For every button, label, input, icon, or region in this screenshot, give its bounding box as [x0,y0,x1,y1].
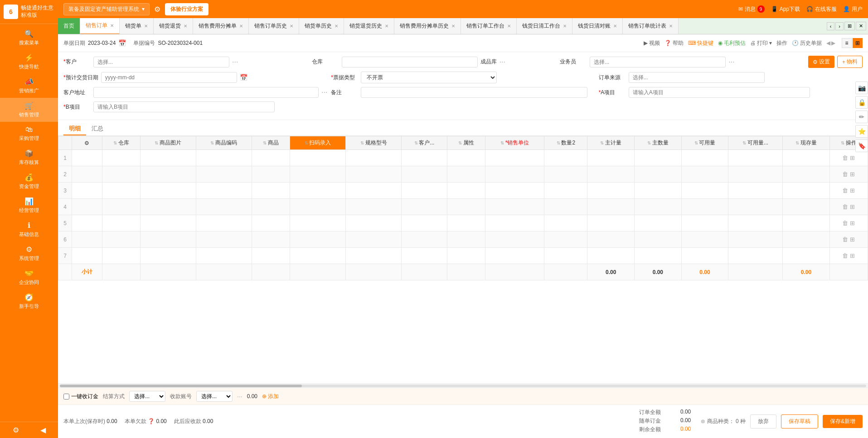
cell-6-15[interactable] [783,231,830,248]
cell-1-3[interactable] [196,150,252,166]
sidebar-item-5[interactable]: 📦 库存核算 [0,145,58,169]
cell-1-12[interactable] [635,150,682,166]
tab-close-8[interactable]: ✕ [451,24,455,29]
cell-6-6[interactable] [346,231,402,248]
cell-3-1[interactable] [102,183,140,199]
account-expand-icon[interactable]: ··· [237,393,242,400]
cell-7-2[interactable] [140,248,196,264]
cell-2-10[interactable] [544,166,587,183]
cell-3-2[interactable] [140,183,196,199]
cell-4-14[interactable] [728,199,783,215]
delivery-date-input[interactable] [101,72,237,83]
cell-2-6[interactable] [346,166,402,183]
cell-7-1[interactable] [102,248,140,264]
cell-7-4[interactable] [252,248,290,264]
cell-6-7[interactable] [402,231,447,248]
cell-2-9[interactable] [485,166,544,183]
cell-4-8[interactable] [447,199,485,215]
cell-4-13[interactable] [681,199,728,215]
tab-close-2[interactable]: ✕ [144,24,148,29]
cell-4-6[interactable] [346,199,402,215]
cell-4-5[interactable] [290,199,346,215]
history-btn[interactable]: 🕐 历史单据 [792,39,822,47]
cell-1-1[interactable] [102,150,140,166]
cell-1-10[interactable] [544,150,587,166]
edit-icon[interactable]: ✏ [855,111,868,123]
tab-close-5[interactable]: ✕ [290,24,293,29]
sidebar-item-11[interactable]: 🧭 新手引导 [0,289,58,313]
sidebar-item-10[interactable]: 🤝 企业协同 [0,265,58,289]
cell-5-8[interactable] [447,215,485,231]
cell-3-11[interactable] [587,183,635,199]
copy-row-icon[interactable]: ⊞ [850,154,855,161]
cell-3-12[interactable] [635,183,682,199]
tab-close-4[interactable]: ✕ [239,24,243,29]
cell-4-7[interactable] [402,199,447,215]
settings-icon[interactable]: ⚙ [154,5,160,14]
settings-form-btn[interactable]: ⚙ 设置 [808,56,834,68]
cell-5-13[interactable] [681,215,728,231]
cell-5-4[interactable] [252,215,290,231]
cell-3-6[interactable] [346,183,402,199]
cell-2-3[interactable] [196,166,252,183]
cell-6-10[interactable] [544,231,587,248]
cell-2-14[interactable] [728,166,783,183]
tab-close-1[interactable]: ✕ [110,23,114,28]
copy-row-icon[interactable]: ⊞ [850,203,855,210]
address-expand-icon[interactable]: ··· [321,88,327,96]
sidebar-item-3[interactable]: 🛒 销售管理 [0,98,58,122]
sidebar-item-7[interactable]: 📊 经营管理 [0,193,58,217]
cell-3-13[interactable] [681,183,728,199]
nav-left-icon[interactable]: ◀ [826,40,830,46]
cell-7-3[interactable] [196,248,252,264]
cell-2-1[interactable] [102,166,140,183]
cell-4-2[interactable] [140,199,196,215]
cell-3-10[interactable] [544,183,587,199]
cell-6-8[interactable] [447,231,485,248]
save-draft-button[interactable]: 保存草稿 [781,414,818,428]
cell-7-15[interactable] [783,248,830,264]
tab-10[interactable]: 钱货日清工作台✕ [517,18,572,34]
cell-6-13[interactable] [681,231,728,248]
list-view-icon[interactable]: ≡ [842,38,852,48]
tab-expand-btn[interactable]: ⊞ [844,22,855,30]
discard-button[interactable]: 放弃 [750,414,776,428]
shortcut-btn[interactable]: ⌨ 快捷键 [688,39,713,47]
solution-button[interactable]: 体验行业方案 [165,3,209,15]
tab-11[interactable]: 钱货日清对账✕ [572,18,623,34]
tab-close-7[interactable]: ✕ [385,24,388,29]
sidebar-item-6[interactable]: 💰 资金管理 [0,169,58,193]
user-item[interactable]: 👤 用户 [843,5,863,13]
star-icon[interactable]: ⭐ [855,125,868,138]
cell-1-0[interactable] [72,150,102,166]
payment-method-select[interactable]: 选择... [129,391,165,402]
cell-6-3[interactable] [196,231,252,248]
copy-row-icon[interactable]: ⊞ [850,171,855,178]
cell-2-8[interactable] [447,166,485,183]
add-goods-btn[interactable]: + 物料 [837,56,863,68]
cell-4-4[interactable] [252,199,290,215]
tab-close-12[interactable]: ✕ [669,24,673,29]
a-project-input[interactable] [629,87,810,98]
sidebar-item-4[interactable]: 🛍 采购管理 [0,122,58,145]
cell-2-4[interactable] [252,166,290,183]
cell-3-7[interactable] [402,183,447,199]
tab-close-11[interactable]: ✕ [613,24,617,29]
cell-3-9[interactable] [485,183,544,199]
tab-close-3[interactable]: ✕ [184,24,187,29]
horizontal-scrollbar[interactable] [58,383,868,388]
online-service-item[interactable]: 🎧 在线客服 [806,5,837,13]
delete-row-icon[interactable]: 🗑 [842,171,848,178]
tab-close-6[interactable]: ✕ [335,24,338,29]
cell-2-15[interactable] [783,166,830,183]
cell-3-4[interactable] [252,183,290,199]
cell-5-2[interactable] [140,215,196,231]
tab-next-btn[interactable]: › [835,22,844,30]
cell-4-12[interactable] [635,199,682,215]
cell-2-0[interactable] [72,166,102,183]
cell-6-11[interactable] [587,231,635,248]
print-btn[interactable]: 🖨 打印 ▾ [750,39,772,47]
cell-6-5[interactable] [290,231,346,248]
detail-tab-1[interactable]: 汇总 [86,123,109,135]
operate-btn[interactable]: 操作 [776,39,787,47]
